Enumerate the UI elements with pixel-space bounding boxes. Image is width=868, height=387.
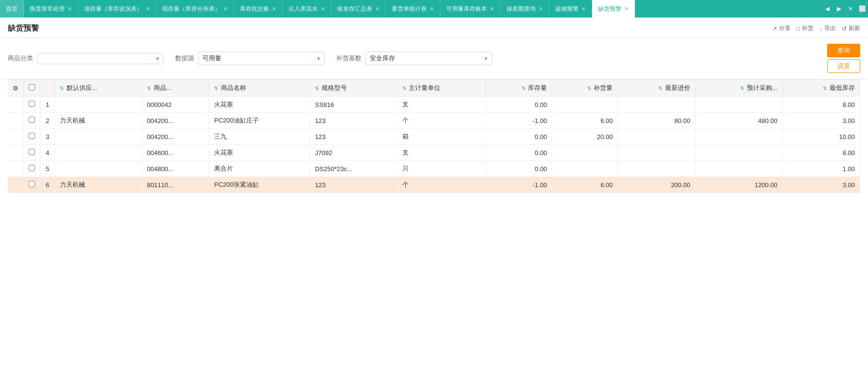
datasource-select[interactable]: 可用量 ▾ — [198, 52, 325, 65]
row-unit: 箱 — [397, 129, 486, 145]
row-supplier — [55, 129, 142, 145]
col-default-supplier[interactable]: ⇅ 默认供应... — [55, 80, 142, 97]
row-spec: 123 — [310, 177, 397, 193]
tab-inventory-dist[interactable]: 现存量（库存分布表） ✕ — [156, 0, 234, 18]
tab-nav-next[interactable]: ▶ — [833, 0, 845, 18]
row-product-code: 0000042 — [142, 97, 209, 113]
tab-collect-summary[interactable]: 收发存汇总表 ✕ — [331, 0, 386, 18]
row-stock: 0.00 — [486, 129, 552, 145]
tab-batch-account-close[interactable]: ✕ — [272, 6, 276, 12]
tab-inventory-status[interactable]: 现存量（库存状况表） ✕ — [78, 0, 156, 18]
row-checkbox-3[interactable] — [29, 149, 35, 155]
table-body: 1 0000042 火花塞 SS816 支 0.00 8.00 2 力天机械 0… — [8, 97, 860, 193]
tab-inventory-dist-close[interactable]: ✕ — [223, 6, 228, 12]
row-min-stock: 8.00 — [782, 97, 860, 113]
tab-available-ledger[interactable]: 可用量库存账本 ✕ — [440, 0, 501, 18]
tab-expiry-query-close[interactable]: ✕ — [539, 6, 543, 12]
row-checkbox-5[interactable] — [29, 181, 35, 187]
datasource-select-value: 可用量 — [202, 54, 221, 63]
tab-demand-stats-close[interactable]: ✕ — [430, 6, 434, 12]
col-product-name-label: 商品名称 — [221, 84, 246, 91]
tab-inventory-status-close[interactable]: ✕ — [145, 6, 150, 12]
table-row: 6 力天机械 801110... PC200张紧油缸 123 个 -1.00 6… — [8, 177, 860, 193]
row-estimated-purchase — [695, 129, 782, 145]
tab-inout-flow-label: 出入库流水 — [289, 5, 318, 13]
tab-available-ledger-close[interactable]: ✕ — [490, 6, 494, 12]
row-product-code: 801110... — [142, 177, 209, 193]
tab-defect-exception[interactable]: 拣货异常处理 ✕ — [24, 0, 78, 18]
replenish-select[interactable]: 安全库存 ▾ — [365, 52, 492, 65]
replenish-label: 补货 — [802, 24, 814, 33]
settings-button[interactable]: 设置 — [827, 59, 860, 73]
col-product-name[interactable]: ⇅ 商品名称 — [209, 80, 310, 97]
row-min-stock: 10.00 — [782, 129, 860, 145]
page-title: 缺货预警 — [8, 23, 772, 34]
row-checkbox-1[interactable] — [29, 117, 35, 123]
header-actions: ↗ 分享 □ 补货 ↓ 导出 ↺ 刷新 — [772, 24, 860, 33]
tab-home[interactable]: 首页 — [0, 0, 24, 18]
row-latest-price — [618, 129, 695, 145]
tab-batch-account-label: 库存批次账 — [240, 5, 269, 13]
col-min-stock[interactable]: ⇅ 最低库存 — [782, 80, 860, 97]
row-checkbox-2[interactable] — [29, 133, 35, 139]
tab-batch-account[interactable]: 库存批次账 ✕ — [234, 0, 283, 18]
window-close-btn[interactable]: ✕ — [845, 0, 856, 18]
row-latest-price — [618, 161, 695, 177]
sort-estimated-icon: ⇅ — [740, 86, 744, 91]
row-checkbox-4[interactable] — [29, 165, 35, 171]
share-button[interactable]: ↗ 分享 — [772, 24, 791, 33]
col-settings[interactable]: ⚙ — [8, 80, 24, 97]
export-button[interactable]: ↓ 导出 — [819, 24, 836, 33]
share-label: 分享 — [779, 24, 791, 33]
row-settings-cell — [8, 97, 24, 113]
row-min-stock: 3.00 — [782, 177, 860, 193]
col-checkbox — [24, 80, 40, 97]
select-all-checkbox[interactable] — [29, 84, 35, 90]
replenish-button[interactable]: □ 补货 — [796, 24, 814, 33]
share-icon: ↗ — [772, 25, 777, 32]
filter-bar: 商品分类 ▾ 数据源 可用量 ▾ 补货基数 安全库存 ▾ 查询 设置 — [0, 38, 868, 79]
refresh-button[interactable]: ↺ 刷新 — [842, 24, 860, 33]
sort-stock-icon: ⇅ — [522, 86, 525, 91]
row-stock: 0.00 — [486, 161, 552, 177]
tab-shortage-warning-close[interactable]: ✕ — [624, 6, 629, 12]
category-chevron-down-icon: ▾ — [156, 55, 159, 62]
tab-overstock-warning-label: 超储预警 — [555, 5, 579, 13]
col-unit[interactable]: ⇅ 主计量单位 — [397, 80, 486, 97]
row-index: 4 — [40, 145, 55, 161]
window-maximize-btn[interactable]: ⬜ — [856, 0, 868, 18]
tab-available-ledger-label: 可用量库存账本 — [446, 5, 487, 13]
col-spec[interactable]: ⇅ 规格型号 — [310, 80, 397, 97]
replenish-select-value: 安全库存 — [370, 54, 395, 63]
row-stock: 0.00 — [486, 145, 552, 161]
tab-expiry-query[interactable]: 保质期查询 ✕ — [501, 0, 549, 18]
tab-collect-summary-close[interactable]: ✕ — [375, 6, 380, 12]
category-select[interactable]: ▾ — [37, 53, 163, 64]
tab-inout-flow-close[interactable]: ✕ — [321, 6, 325, 12]
tab-shortage-warning[interactable]: 缺货预警 ✕ — [592, 0, 635, 18]
tab-expiry-query-label: 保质期查询 — [506, 5, 536, 13]
tab-defect-exception-close[interactable]: ✕ — [68, 6, 72, 12]
query-button[interactable]: 查询 — [827, 44, 860, 57]
col-estimated-purchase[interactable]: ⇅ 预计采购... — [695, 80, 782, 97]
row-checkbox-0[interactable] — [29, 101, 35, 107]
row-unit: 支 — [397, 145, 486, 161]
tab-demand-stats[interactable]: 要货单统计表 ✕ — [386, 0, 440, 18]
row-unit: 只 — [397, 161, 486, 177]
row-product-code: 004800... — [142, 161, 209, 177]
row-replenish-qty — [552, 97, 618, 113]
row-product-code: 004200... — [142, 113, 209, 129]
tab-overstock-warning[interactable]: 超储预警 ✕ — [549, 0, 592, 18]
col-product-code[interactable]: ⇅ 商品... — [142, 80, 209, 97]
tab-demand-stats-label: 要货单统计表 — [392, 5, 427, 13]
row-estimated-purchase — [695, 145, 782, 161]
tab-nav-prev[interactable]: ◀ — [821, 0, 833, 18]
tab-inout-flow[interactable]: 出入库流水 ✕ — [283, 0, 331, 18]
col-stock[interactable]: ⇅ 库存量 — [486, 80, 552, 97]
tab-overstock-warning-close[interactable]: ✕ — [581, 6, 586, 12]
sort-spec-icon: ⇅ — [315, 86, 319, 91]
col-replenish-qty[interactable]: ⇅ 补货量 — [552, 80, 618, 97]
col-latest-price-label: 最新进价 — [665, 84, 690, 91]
col-latest-price[interactable]: ⇅ 最新进价 — [618, 80, 695, 97]
row-unit: 个 — [397, 113, 486, 129]
